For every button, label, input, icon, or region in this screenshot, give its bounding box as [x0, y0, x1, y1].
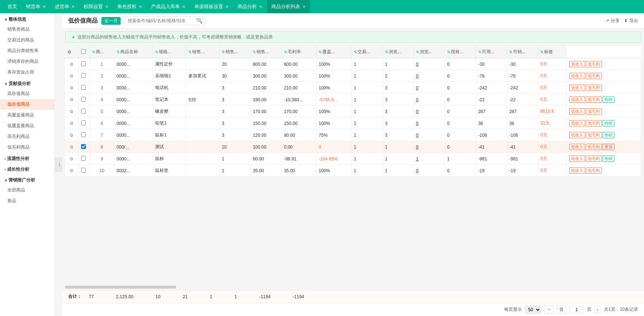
- close-icon[interactable]: ✕: [139, 4, 142, 9]
- select-all-checkbox[interactable]: [81, 49, 86, 54]
- views1-link[interactable]: 0: [416, 85, 419, 91]
- column-current[interactable]: ⇅现有...: [445, 46, 476, 58]
- column-tags[interactable]: ⇅标签: [538, 46, 566, 58]
- close-icon[interactable]: ✕: [225, 4, 229, 9]
- close-icon[interactable]: ✕: [105, 4, 108, 9]
- scrollbar-thumb[interactable]: [65, 286, 176, 289]
- nav-role[interactable]: 角色授权 ✕: [113, 0, 147, 13]
- views1-link[interactable]: 0: [416, 74, 419, 79]
- column-views2[interactable]: ⇅浏览...: [413, 46, 445, 58]
- next-page-button[interactable]: ›: [594, 306, 601, 313]
- views1-link[interactable]: 0: [416, 62, 419, 67]
- views1-link[interactable]: 0: [416, 145, 419, 150]
- sidebar-group-marketing[interactable]: ∨ 营销推广分析: [0, 174, 54, 185]
- page-number-input[interactable]: [569, 306, 584, 313]
- sidebar-item-low-margin[interactable]: 低毛利商品: [0, 142, 54, 153]
- row-checkbox[interactable]: [81, 132, 86, 137]
- sidebar-item-high-coverage[interactable]: 高覆盖量商品: [0, 110, 54, 120]
- row-gear[interactable]: ⚙: [65, 165, 78, 177]
- sidebar-item-sales-products[interactable]: 销售类商品: [0, 24, 54, 35]
- column-sellable[interactable]: ⇅可销...: [507, 46, 538, 58]
- nav-permission[interactable]: 权限设置 ✕: [79, 0, 113, 13]
- column-coverage[interactable]: ⇅覆盖...: [316, 46, 352, 58]
- sidebar-group-liquidity[interactable]: › 流通性分析: [0, 153, 54, 163]
- row-gear[interactable]: ⚙: [65, 141, 78, 153]
- row-checkbox[interactable]: [81, 61, 86, 66]
- close-icon[interactable]: ✕: [71, 4, 75, 9]
- close-icon[interactable]: ✕: [302, 4, 306, 9]
- row-gear[interactable]: ⚙: [65, 82, 78, 94]
- per-page-select[interactable]: 50: [525, 306, 541, 314]
- sidebar-item-slow-moving[interactable]: 滞销库存的商品: [0, 56, 54, 67]
- row-gear[interactable]: ⚙: [65, 94, 78, 106]
- sidebar-item-low-coverage[interactable]: 低覆盖量商品: [0, 120, 54, 131]
- row-checkbox[interactable]: [81, 73, 86, 78]
- column-views1[interactable]: ⇅浏览...: [382, 46, 413, 58]
- row-checkbox[interactable]: [81, 156, 86, 161]
- horizontal-scrollbar[interactable]: [65, 286, 641, 289]
- views1-link[interactable]: 1: [416, 156, 419, 162]
- nav-template[interactable]: 单据模板设置 ✕: [190, 0, 233, 13]
- sidebar-group-overall[interactable]: ∨ 整体信息: [0, 13, 54, 24]
- sidebar-item-traded-products[interactable]: 交易过的商品: [0, 35, 54, 45]
- sidebar-item-new-products[interactable]: 新品: [0, 196, 54, 206]
- share-button[interactable]: ↗ 分享: [606, 18, 620, 24]
- export-button[interactable]: ⬇ 导出: [624, 18, 638, 24]
- column-sales-qty[interactable]: ⇅销售...: [186, 46, 219, 58]
- views1-link[interactable]: 0: [416, 109, 419, 114]
- row-spec: [186, 118, 219, 129]
- views1-link[interactable]: 0: [416, 121, 419, 126]
- sidebar-group-contribution[interactable]: ∨ 贡献值分析: [0, 78, 54, 88]
- column-trade[interactable]: ⇅交易...: [351, 46, 382, 58]
- column-code[interactable]: ⇅商...: [90, 46, 114, 58]
- first-page-button[interactable]: 首: [557, 305, 566, 314]
- search-icon[interactable]: 🔍: [196, 18, 202, 24]
- prev-page-button[interactable]: ＜: [544, 305, 554, 314]
- nav-home[interactable]: 首页: [3, 0, 21, 13]
- row-gear[interactable]: ⚙: [65, 129, 78, 141]
- column-available[interactable]: ⇅可用...: [476, 46, 507, 58]
- nav-product-analysis-list[interactable]: 商品分析列表 ✕: [267, 0, 310, 13]
- column-sales-other[interactable]: ⇅销售...: [251, 46, 282, 58]
- sidebar-item-all-products[interactable]: 全部商品: [0, 185, 54, 196]
- sidebar-item-high-value[interactable]: 高价值商品: [0, 88, 54, 99]
- row-checkbox[interactable]: [81, 120, 86, 125]
- row-gear[interactable]: ⚙: [65, 106, 78, 118]
- row-checkbox[interactable]: [81, 97, 86, 102]
- sidebar-item-inventory-funds[interactable]: 库存资金占用: [0, 67, 54, 78]
- close-icon[interactable]: ✕: [259, 4, 262, 9]
- views1-link[interactable]: 0: [416, 97, 419, 102]
- column-sales-amount[interactable]: ⇅销售...: [219, 46, 251, 58]
- row-checkbox[interactable]: [81, 144, 86, 149]
- row-gear[interactable]: ⚙: [65, 58, 78, 70]
- row-checkbox[interactable]: [81, 168, 86, 173]
- search-input[interactable]: [128, 18, 196, 23]
- nav-product-in[interactable]: 产成品入库单 ✕: [147, 0, 190, 13]
- row-gear[interactable]: ⚙: [65, 153, 78, 165]
- row-checkbox[interactable]: [81, 85, 86, 90]
- row-gear[interactable]: ⚙: [65, 118, 78, 129]
- column-gross-margin[interactable]: ⇅毛利率: [282, 46, 316, 58]
- row-sales-qty: 3: [219, 106, 251, 118]
- row-checkbox[interactable]: [81, 109, 86, 113]
- sidebar-item-high-margin[interactable]: 高毛利商品: [0, 131, 54, 142]
- column-spec[interactable]: ⇅规格...: [153, 46, 186, 58]
- sidebar-item-category-sales-rate[interactable]: 商品分类销售率: [0, 45, 54, 56]
- sidebar-group-contribution-label: 贡献值分析: [9, 81, 31, 87]
- close-icon[interactable]: ✕: [43, 4, 46, 9]
- close-icon[interactable]: ✕: [182, 4, 185, 9]
- nav-purchase[interactable]: 进货单 ✕: [50, 0, 79, 13]
- views1-link[interactable]: 0: [416, 168, 419, 173]
- sidebar-group-growth[interactable]: › 成长性分析: [0, 163, 54, 174]
- row-coverage: 1: [351, 94, 382, 106]
- column-gear[interactable]: ⚙: [65, 46, 78, 58]
- views1-link[interactable]: 0: [416, 133, 419, 138]
- row-gear[interactable]: ⚙: [65, 70, 78, 82]
- time-filter-button[interactable]: 近一月: [101, 17, 121, 25]
- row-spec: [186, 106, 219, 118]
- nav-product-analysis[interactable]: 商品分析 ✕: [233, 0, 267, 13]
- column-name[interactable]: ⇅商品名称: [114, 46, 153, 58]
- nav-sales-order[interactable]: 销货单 ✕: [21, 0, 50, 13]
- sidebar-collapse-button[interactable]: 《: [55, 157, 62, 172]
- sidebar-item-low-value[interactable]: 低价值商品: [0, 99, 54, 110]
